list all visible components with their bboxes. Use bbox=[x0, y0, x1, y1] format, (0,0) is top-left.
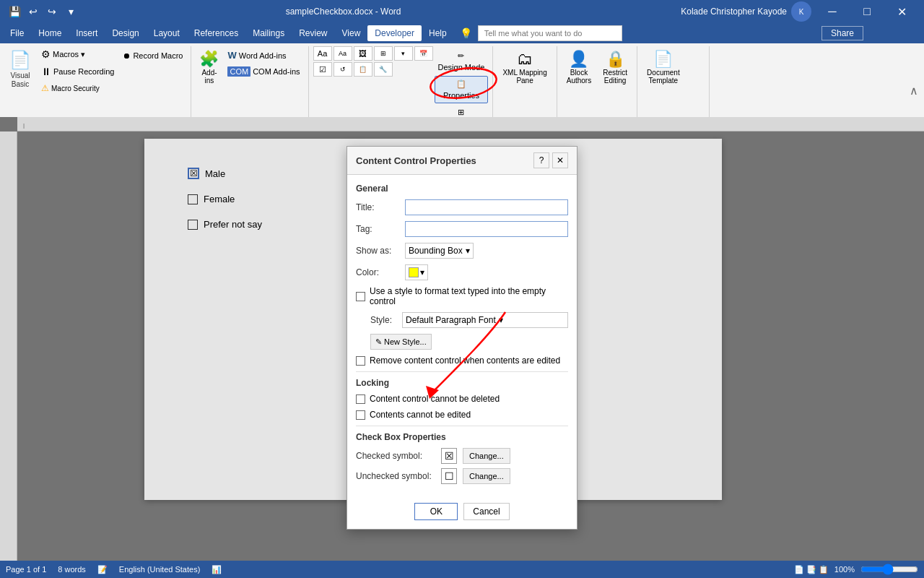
warning-icon: ⚠ bbox=[41, 83, 49, 93]
ribbon-collapse-btn[interactable]: ∧ bbox=[910, 83, 918, 97]
minimize-btn[interactable]: ─ bbox=[816, 0, 849, 23]
document-template-icon: 📄 bbox=[653, 50, 673, 69]
design-mode-label: Design Mode bbox=[438, 63, 485, 72]
new-style-btn-wrapper: ✎ New Style... bbox=[356, 334, 568, 350]
pause-recording-btn[interactable]: ⏸ Pause Recording bbox=[38, 64, 118, 79]
com-add-ins-btn[interactable]: COM COM Add-ins bbox=[224, 64, 303, 79]
customize-qat-btn[interactable]: ▾ bbox=[62, 3, 79, 20]
title-input[interactable] bbox=[405, 199, 568, 215]
close-btn[interactable]: ✕ bbox=[885, 0, 918, 23]
proofing-icon: 📝 bbox=[97, 565, 108, 574]
show-as-dropdown[interactable]: Bounding Box ▾ bbox=[405, 243, 474, 259]
word-count: 8 words bbox=[58, 565, 86, 574]
pause-icon: ⏸ bbox=[41, 66, 51, 77]
macros-label: Macros ▾ bbox=[53, 50, 85, 59]
cancel-button[interactable]: Cancel bbox=[463, 503, 509, 520]
checked-change-btn[interactable]: Change... bbox=[463, 448, 510, 464]
color-picker-btn[interactable]: ▾ bbox=[405, 264, 428, 280]
tell-me-input[interactable] bbox=[478, 25, 622, 41]
save-btn[interactable]: 💾 bbox=[6, 3, 23, 20]
style-chevron: ▾ bbox=[499, 315, 503, 325]
menu-developer[interactable]: Developer bbox=[367, 25, 422, 41]
redo-btn[interactable]: ↪ bbox=[43, 3, 61, 20]
ctrl-legacy-btn[interactable]: 📋 bbox=[354, 62, 372, 77]
block-authors-btn[interactable]: 👤 BlockAuthors bbox=[562, 46, 596, 88]
properties-btn[interactable]: 📋 Properties bbox=[435, 76, 489, 103]
title-field-label: Title: bbox=[356, 202, 399, 212]
cannot-delete-checkbox[interactable] bbox=[356, 394, 365, 404]
restrict-editing-icon: 🔒 bbox=[606, 50, 625, 69]
visual-basic-label: VisualBasic bbox=[10, 72, 30, 89]
add-ins-icon: 🧩 bbox=[199, 50, 219, 69]
title-row: Title: bbox=[356, 199, 568, 215]
checked-symbol-box: ☒ bbox=[441, 448, 457, 464]
ctrl-text-btn[interactable]: Aa bbox=[313, 46, 332, 61]
restrict-editing-btn[interactable]: 🔒 RestrictEditing bbox=[598, 46, 632, 88]
content-control-properties-dialog: Content Control Properties ? ✕ General T… bbox=[346, 146, 578, 530]
menu-insert[interactable]: Insert bbox=[69, 25, 105, 41]
pause-label: Pause Recording bbox=[53, 67, 114, 76]
code-group-content: 📄 VisualBasic ⚙ Macros ▾ ⏸ Pause Recordi… bbox=[4, 46, 186, 124]
xml-mapping-pane-btn[interactable]: 🗂 XML MappingPane bbox=[497, 46, 552, 88]
record-label: Record Macro bbox=[133, 51, 183, 60]
tag-input[interactable] bbox=[405, 221, 568, 237]
ctrl-legacy2-btn[interactable]: 🔧 bbox=[374, 62, 393, 77]
username-label: Kolade Christopher Kayode bbox=[681, 7, 787, 17]
ok-button[interactable]: OK bbox=[414, 503, 458, 520]
restore-btn[interactable]: □ bbox=[850, 0, 884, 23]
macros-btn[interactable]: ⚙ Macros ▾ bbox=[38, 46, 118, 62]
zoom-slider[interactable] bbox=[860, 564, 918, 575]
new-style-btn[interactable]: ✎ New Style... bbox=[370, 334, 432, 350]
add-ins-btn[interactable]: 🧩 Add-ins bbox=[196, 46, 222, 88]
menu-layout[interactable]: Layout bbox=[147, 25, 187, 41]
style-dropdown[interactable]: Default Paragraph Font ▾ bbox=[402, 312, 568, 328]
menu-file[interactable]: File bbox=[3, 25, 31, 41]
group-icon: ⊞ bbox=[458, 108, 464, 117]
ctrl-image-btn[interactable]: 🖼 bbox=[354, 46, 372, 61]
document-template-btn[interactable]: 📄 DocumentTemplate bbox=[642, 46, 685, 88]
dialog-close-btn[interactable]: ✕ bbox=[552, 152, 568, 168]
word-add-ins-label: Word Add-ins bbox=[239, 51, 287, 60]
block-authors-icon: 👤 bbox=[569, 50, 588, 69]
record-macro-btn[interactable]: ⏺ Record Macro bbox=[119, 49, 186, 62]
ctrl-checkbox-btn[interactable]: ☑ bbox=[313, 62, 332, 77]
statusbar-left: Page 1 of 1 8 words 📝 English (United St… bbox=[6, 565, 222, 574]
ctrl-plaintext-btn[interactable]: Aa bbox=[334, 46, 352, 61]
menu-review[interactable]: Review bbox=[292, 25, 334, 41]
unchecked-symbol-row: Unchecked symbol: ☐ Change... bbox=[356, 468, 568, 484]
checked-symbol-field-label: Checked symbol: bbox=[356, 451, 435, 461]
menu-view[interactable]: View bbox=[335, 25, 368, 41]
design-mode-btn[interactable]: ✏ Design Mode bbox=[435, 48, 489, 75]
menu-references[interactable]: References bbox=[187, 25, 245, 41]
user-avatar: K bbox=[791, 1, 811, 22]
xml-mapping-icon: 🗂 bbox=[517, 50, 533, 69]
remove-when-edited-checkbox[interactable] bbox=[356, 356, 365, 366]
share-button[interactable]: Share bbox=[821, 26, 863, 40]
ctrl-date-btn[interactable]: 📅 bbox=[414, 46, 433, 61]
view-mode-icons: 📄 📑 📋 bbox=[794, 565, 829, 574]
ctrl-repeat-btn[interactable]: ↺ bbox=[334, 62, 352, 77]
menu-help[interactable]: Help bbox=[422, 25, 454, 41]
statusbar: Page 1 of 1 8 words 📝 English (United St… bbox=[0, 561, 924, 578]
use-style-checkbox[interactable] bbox=[356, 292, 365, 301]
language: English (United States) bbox=[119, 565, 201, 574]
add-ins-label: Add-ins bbox=[201, 69, 217, 85]
cannot-edit-checkbox[interactable] bbox=[356, 410, 365, 420]
ctrl-dropdown-btn[interactable]: ▾ bbox=[394, 46, 413, 61]
menu-design[interactable]: Design bbox=[105, 25, 146, 41]
unchecked-change-btn[interactable]: Change... bbox=[463, 468, 510, 484]
menu-home[interactable]: Home bbox=[31, 25, 69, 41]
user-info: Kolade Christopher Kayode K ─ □ ✕ bbox=[681, 0, 918, 23]
search-light-icon: 💡 bbox=[460, 27, 472, 39]
new-style-icon: ✎ bbox=[375, 337, 382, 347]
macro-security-btn[interactable]: ⚠ Macro Security bbox=[38, 81, 118, 95]
word-add-ins-btn[interactable]: W Word Add-ins bbox=[224, 48, 303, 63]
ctrl-combo-btn[interactable]: ⊞ bbox=[374, 46, 393, 61]
visual-basic-btn[interactable]: 📄 VisualBasic bbox=[4, 46, 36, 95]
undo-btn[interactable]: ↩ bbox=[25, 3, 42, 20]
checkbox-props-section-label: Check Box Properties bbox=[356, 432, 568, 442]
dialog-help-btn[interactable]: ? bbox=[533, 152, 549, 168]
use-style-row: Use a style to format text typed into th… bbox=[356, 286, 568, 306]
color-row: Color: ▾ bbox=[356, 264, 568, 280]
menu-mailings[interactable]: Mailings bbox=[245, 25, 292, 41]
